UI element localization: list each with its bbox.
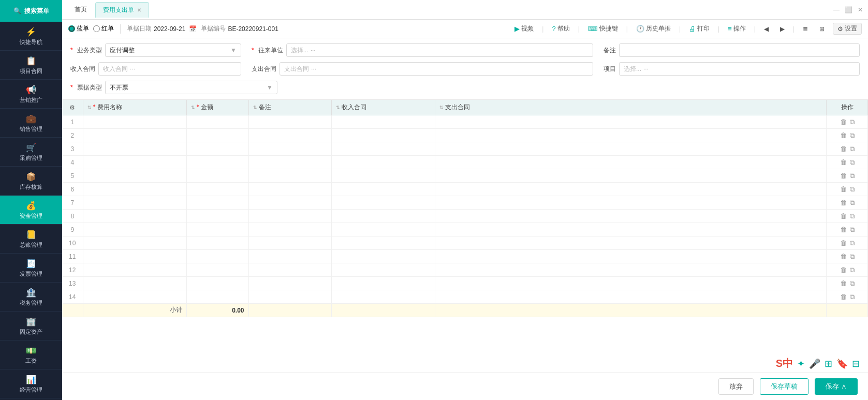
income-contract-cell[interactable] — [331, 169, 435, 183]
income-contract-cell[interactable] — [331, 129, 435, 142]
delete-icon[interactable]: 🗑 — [840, 199, 847, 207]
expense-name-cell[interactable] — [83, 142, 186, 156]
discard-button[interactable]: 放弃 — [718, 378, 754, 395]
note-cell[interactable] — [248, 290, 331, 304]
expense-contract-input[interactable]: 支出合同 ··· — [279, 62, 593, 76]
income-contract-cell[interactable] — [331, 196, 435, 210]
help-btn[interactable]: ? 帮助 — [549, 23, 572, 34]
nav-prev-btn[interactable]: ◀ — [761, 24, 772, 34]
sidebar-item-sales[interactable]: 💼 销售管理 — [0, 109, 62, 138]
expense-contract-cell[interactable] — [435, 236, 827, 250]
view-grid-btn[interactable]: ⊞ — [816, 24, 828, 34]
window-minimize-icon[interactable]: — — [833, 6, 840, 13]
income-contract-cell[interactable] — [331, 156, 435, 169]
expense-name-cell[interactable] — [83, 223, 186, 236]
copy-icon[interactable]: ⧉ — [850, 172, 855, 180]
copy-icon[interactable]: ⧉ — [850, 226, 855, 234]
sidebar-item-tax[interactable]: 🏦 税务管理 — [0, 283, 62, 312]
copy-icon[interactable]: ⧉ — [850, 131, 855, 140]
expense-name-cell[interactable] — [83, 183, 186, 196]
note-cell[interactable] — [248, 223, 331, 236]
expense-name-cell[interactable] — [83, 250, 186, 263]
amount-cell[interactable] — [186, 290, 248, 304]
income-contract-cell[interactable] — [331, 223, 435, 236]
shortcut-btn[interactable]: ⌨ 快捷键 — [585, 23, 621, 34]
copy-icon[interactable]: ⧉ — [850, 266, 855, 274]
history-btn[interactable]: 🕐 历史单据 — [633, 23, 674, 34]
income-contract-cell[interactable] — [331, 183, 435, 196]
note-cell[interactable] — [248, 250, 331, 263]
sidebar-item-operations[interactable]: 📊 经营管理 — [0, 369, 62, 398]
amount-cell[interactable] — [186, 129, 248, 142]
amount-cell[interactable] — [186, 236, 248, 250]
note-cell[interactable] — [248, 156, 331, 169]
expense-contract-cell[interactable] — [435, 277, 827, 290]
income-dots-icon[interactable]: ··· — [130, 65, 135, 72]
copy-icon[interactable]: ⧉ — [850, 199, 855, 207]
video-btn[interactable]: ▶ 视频 — [511, 23, 537, 34]
sidebar-item-quick-nav[interactable]: ⚡ 快捷导航 — [0, 22, 62, 51]
note-cell[interactable] — [248, 142, 331, 156]
expense-name-cell[interactable] — [83, 169, 186, 183]
tab-expense-form[interactable]: 费用支出单 ✕ — [95, 2, 149, 18]
delete-icon[interactable]: 🗑 — [840, 131, 847, 140]
delete-icon[interactable]: 🗑 — [840, 226, 847, 234]
delete-icon[interactable]: 🗑 — [840, 172, 847, 180]
invoice-type-input[interactable]: 不开票 ▼ — [105, 81, 277, 94]
expense-name-cell[interactable] — [83, 210, 186, 223]
delete-icon[interactable]: 🗑 — [840, 185, 847, 194]
sidebar-item-salary[interactable]: 💵 工资 — [0, 340, 62, 369]
expense-contract-cell[interactable] — [435, 290, 827, 304]
radio-red[interactable] — [93, 25, 100, 32]
amount-cell[interactable] — [186, 277, 248, 290]
operations-btn[interactable]: ≡ 操作 — [725, 23, 749, 34]
income-contract-cell[interactable] — [331, 115, 435, 129]
tab-close-icon[interactable]: ✕ — [137, 7, 141, 13]
th-amount[interactable]: ⇅ * 金额 — [186, 100, 248, 115]
copy-icon[interactable]: ⧉ — [850, 158, 855, 167]
expense-contract-cell[interactable] — [435, 142, 827, 156]
note-input[interactable] — [619, 43, 860, 57]
delete-icon[interactable]: 🗑 — [840, 253, 847, 261]
icon-bookmark[interactable]: 🔖 — [836, 358, 848, 369]
th-note[interactable]: ⇅ 备注 — [248, 100, 331, 115]
amount-cell[interactable] — [186, 250, 248, 263]
expense-contract-cell[interactable] — [435, 263, 827, 277]
amount-cell[interactable] — [186, 156, 248, 169]
th-income-contract[interactable]: ⇅ 收入合同 — [331, 100, 435, 115]
expense-name-cell[interactable] — [83, 196, 186, 210]
icon-diamond[interactable]: ✦ — [797, 358, 805, 369]
icon-grid[interactable]: ⊞ — [825, 358, 832, 369]
delete-icon[interactable]: 🗑 — [840, 239, 847, 247]
window-close-icon[interactable]: ✕ — [858, 6, 863, 13]
income-contract-cell[interactable] — [331, 210, 435, 223]
sidebar-item-marketing[interactable]: 📢 营销推广 — [0, 80, 62, 109]
income-contract-cell[interactable] — [331, 236, 435, 250]
project-dots-icon[interactable]: ··· — [643, 65, 649, 72]
copy-icon[interactable]: ⧉ — [850, 118, 855, 126]
expense-contract-cell[interactable] — [435, 250, 827, 263]
th-expense-name[interactable]: ⇅ * 费用名称 — [83, 100, 186, 115]
amount-cell[interactable] — [186, 263, 248, 277]
expense-name-cell[interactable] — [83, 277, 186, 290]
income-contract-input[interactable]: 收入合同 ··· — [98, 62, 241, 76]
note-cell[interactable] — [248, 183, 331, 196]
expense-contract-cell[interactable] — [435, 129, 827, 142]
delete-icon[interactable]: 🗑 — [840, 279, 847, 288]
partner-input[interactable]: 选择... ··· — [286, 43, 593, 57]
income-contract-cell[interactable] — [331, 250, 435, 263]
save-draft-button[interactable]: 保存草稿 — [760, 378, 808, 395]
amount-cell[interactable] — [186, 210, 248, 223]
th-expense-contract[interactable]: ⇅ 支出合同 — [435, 100, 827, 115]
save-button[interactable]: 保存 ∧ — [815, 378, 858, 395]
radio-blue-label[interactable]: 蓝单 — [68, 24, 89, 33]
view-list-btn[interactable]: ≣ — [800, 24, 811, 34]
icon-mic[interactable]: 🎤 — [809, 358, 820, 369]
note-cell[interactable] — [248, 236, 331, 250]
sidebar-header[interactable]: 🔍 搜索菜单 — [0, 0, 62, 22]
copy-icon[interactable]: ⧉ — [850, 239, 855, 247]
note-cell[interactable] — [248, 115, 331, 129]
expense-contract-cell[interactable] — [435, 156, 827, 169]
delete-icon[interactable]: 🗑 — [840, 212, 847, 220]
project-input[interactable]: 选择... ··· — [619, 62, 860, 76]
